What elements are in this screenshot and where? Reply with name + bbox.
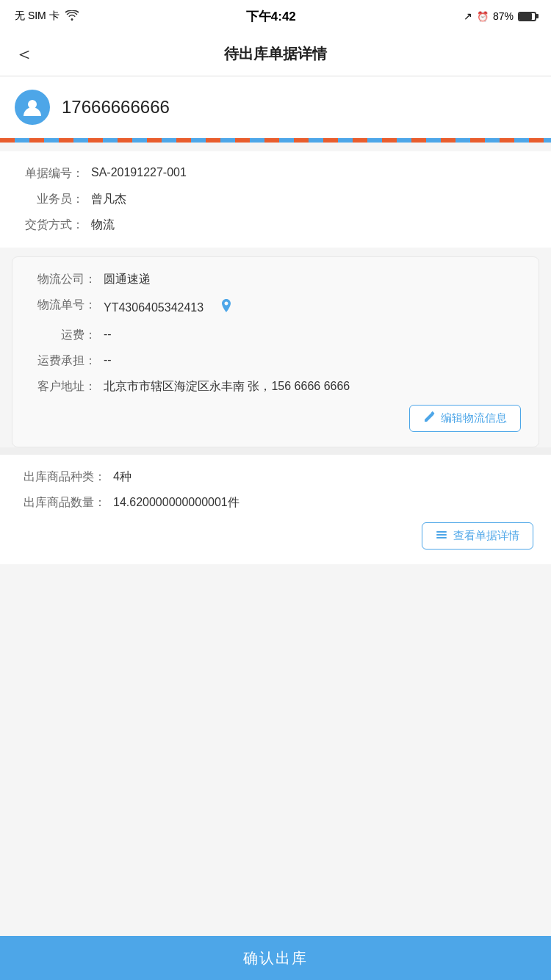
company-row: 物流公司： 圆通速递 [30,272,521,287]
address-row: 客户地址： 北京市市辖区海淀区永丰南 张，156 6666 6666 [30,379,521,394]
tracking-value: YT4306405342413 [104,298,521,317]
goods-types-value: 4种 [113,469,533,485]
company-label: 物流公司： [30,272,96,287]
edit-btn-label: 编辑物流信息 [441,411,507,425]
goods-types-row: 出库商品种类： 4种 [18,469,533,485]
freight-value: -- [104,328,521,341]
page-title: 待出库单据详情 [224,44,327,64]
freight-bear-row: 运费承担： -- [30,353,521,369]
status-bar: 无 SIM 卡 下午4:42 ↗ ⏰ 87% [0,0,551,32]
back-button[interactable]: ＜ [15,34,41,74]
customer-phone: 17666666666 [62,97,170,118]
content-area: 17666666666 单据编号： SA-20191227-001 业务员： 曾… [0,76,551,623]
dashed-divider [0,138,551,143]
location-icon: ↗ [464,10,472,22]
battery-percent: 87% [493,10,514,22]
edit-btn-row: 编辑物流信息 [30,405,521,432]
address-value: 北京市市辖区海淀区永丰南 张，156 6666 6666 [104,379,521,394]
section-divider [0,447,551,455]
delivery-label: 交货方式： [18,217,84,233]
doc-num-label: 单据编号： [18,166,84,181]
goods-types-label: 出库商品种类： [18,469,106,485]
status-right: ↗ ⏰ 87% [464,10,536,22]
freight-label: 运费： [30,328,96,343]
basic-info-section: 单据编号： SA-20191227-001 业务员： 曾凡杰 交货方式： 物流 [0,151,551,248]
alarm-icon: ⏰ [477,11,489,22]
goods-quantity-row: 出库商品数量： 14.620000000000001件 [18,495,533,511]
battery-icon [518,12,536,21]
carrier-label: 无 SIM 卡 [15,10,60,23]
view-btn-row: 查看单据详情 [18,522,533,550]
edit-logistics-button[interactable]: 编辑物流信息 [409,405,521,432]
delivery-value: 物流 [91,217,533,233]
location-pin-icon[interactable] [218,298,234,317]
wifi-icon [65,10,79,23]
freight-bear-value: -- [104,353,521,367]
salesman-label: 业务员： [18,192,84,207]
nav-bar: ＜ 待出库单据详情 [0,32,551,76]
customer-header: 17666666666 [0,76,551,138]
goods-quantity-label: 出库商品数量： [18,495,106,511]
tracking-label: 物流单号： [30,298,96,313]
view-icon [436,529,447,543]
company-value: 圆通速递 [104,272,521,287]
address-label: 客户地址： [30,379,96,394]
salesman-row: 业务员： 曾凡杰 [18,192,533,207]
avatar [15,90,50,125]
view-btn-label: 查看单据详情 [453,529,519,543]
freight-bear-label: 运费承担： [30,353,96,369]
bottom-area: 确认出库 [0,936,551,980]
delivery-row: 交货方式： 物流 [18,217,533,233]
svg-rect-1 [436,531,447,533]
status-time: 下午4:42 [246,8,296,25]
goods-section: 出库商品种类： 4种 出库商品数量： 14.620000000000001件 查… [0,455,551,564]
goods-quantity-value: 14.620000000000001件 [113,495,533,511]
status-left: 无 SIM 卡 [15,10,79,23]
view-details-button[interactable]: 查看单据详情 [422,522,533,550]
freight-row: 运费： -- [30,328,521,343]
tracking-row: 物流单号： YT4306405342413 [30,298,521,317]
svg-rect-3 [436,537,447,538]
doc-num-value: SA-20191227-001 [91,166,533,179]
salesman-value: 曾凡杰 [91,192,533,207]
svg-rect-2 [436,534,447,536]
doc-num-row: 单据编号： SA-20191227-001 [18,166,533,181]
logistics-card: 物流公司： 圆通速递 物流单号： YT4306405342413 运费： -- … [12,256,539,447]
edit-icon [423,411,435,425]
confirm-outbound-button[interactable]: 确认出库 [0,936,551,980]
